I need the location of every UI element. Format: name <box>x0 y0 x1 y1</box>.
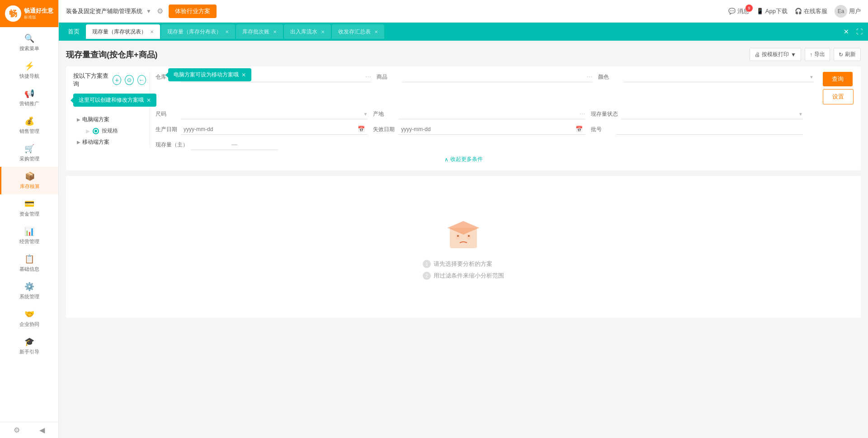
tab-inventory-dist-close[interactable]: ✕ <box>225 29 229 34</box>
stock-main-field: 现存量（主） — <box>156 139 336 150</box>
system-name: 装备及固定资产辅助管理系统 <box>66 7 142 15</box>
sidebar-item-basic-info[interactable]: 📋 基础信息 <box>0 250 58 277</box>
sidebar-item-enterprise[interactable]: 🤝 企业协同 <box>0 305 58 332</box>
sidebar-item-system[interactable]: ⚙️ 系统管理 <box>0 277 58 305</box>
expiry-date-field: 失效日期 📅 <box>373 124 585 135</box>
expiry-date-input-wrap: 📅 <box>398 124 585 135</box>
add-scheme-button[interactable]: + <box>113 75 121 85</box>
origin-input[interactable] <box>398 109 579 119</box>
user-item[interactable]: Ea 用户 <box>835 5 861 18</box>
online-service-label: 在线客服 <box>804 7 827 15</box>
guide-icon: 🎓 <box>24 337 34 347</box>
refresh-button[interactable]: ↻ 刷新 <box>834 48 861 61</box>
color-field: 颜色 ▼ <box>598 72 814 82</box>
range-dash: — <box>231 141 237 148</box>
stock-main-from-input[interactable] <box>193 141 230 148</box>
search-button[interactable]: 查询 <box>823 72 853 86</box>
filter-top-row: 按以下方案查询 + ⊙ ← 电脑方案可设为移动方案哦 ✕ 这里可以创建 <box>73 72 854 152</box>
tab-home[interactable]: 首页 <box>62 24 85 39</box>
expiry-date-calendar-icon[interactable]: 📅 <box>576 126 583 132</box>
reset-button[interactable]: 设置 <box>823 89 854 104</box>
sidebar-item-marketing[interactable]: 📢 营销推广 <box>0 84 58 112</box>
expiry-date-input[interactable] <box>401 126 573 132</box>
online-service-item[interactable]: 🎧 在线客服 <box>795 7 827 15</box>
export-button[interactable]: ↑ 导出 <box>805 48 830 61</box>
production-date-input[interactable] <box>184 126 356 132</box>
industry-solution-button[interactable]: 体验行业方案 <box>169 5 217 18</box>
user-label: 用户 <box>849 7 861 15</box>
batch-label: 批号 <box>591 126 613 133</box>
size-label: 尺码 <box>156 110 178 118</box>
color-input[interactable] <box>623 72 809 82</box>
app-download-item[interactable]: 📱 App下载 <box>756 7 788 15</box>
tab-inventory-dist-label: 现存量（库存分布表） <box>167 28 222 36</box>
production-date-field: 生产日期 📅 <box>156 124 368 135</box>
tab-collect-summary-close[interactable]: ✕ <box>374 29 378 34</box>
size-chevron-icon: ▼ <box>363 112 368 117</box>
page-title-actions: 🖨 按模板打印 ▼ ↑ 导出 ↻ 刷新 <box>750 48 861 61</box>
purchase-icon: 🛒 <box>24 144 34 154</box>
color-label: 颜色 <box>598 73 621 81</box>
settings-icon[interactable]: ⚙ <box>157 7 163 15</box>
pc-sub-scheme-node[interactable]: ▶ 按规格 <box>82 125 146 137</box>
template-print-button[interactable]: 🖨 按模板打印 ▼ <box>750 48 801 61</box>
pc-scheme-node[interactable]: ▶ 电脑端方案 <box>73 114 146 125</box>
tab-in-out-flow[interactable]: 出入库流水 ✕ <box>284 24 331 39</box>
mobile-scheme-node[interactable]: ▶ 移动端方案 <box>73 137 146 148</box>
settings-bottom-btn[interactable]: ⚙ <box>14 426 20 434</box>
copy-scheme-button[interactable]: ⊙ <box>125 75 133 85</box>
sidebar-item-quick-nav[interactable]: ⚡ 快捷导航 <box>0 57 58 84</box>
tooltip-create-text: 这里可以创建和修改方案哦 <box>79 96 144 104</box>
tab-inventory-status[interactable]: 现存量（库存状况表） ✕ <box>86 24 160 39</box>
goods-input[interactable] <box>402 72 586 82</box>
sidebar-item-search-menu[interactable]: 🔍 搜索菜单 <box>0 29 58 57</box>
tooltip-create-close[interactable]: ✕ <box>146 97 151 104</box>
production-date-calendar-icon[interactable]: 📅 <box>358 126 365 132</box>
collapse-up-icon: ∧ <box>444 156 448 163</box>
stock-status-label: 现存量状态 <box>591 110 618 118</box>
tab-collect-summary[interactable]: 收发存汇总表 ✕ <box>332 24 384 39</box>
mobile-icon: 📱 <box>756 8 764 14</box>
tab-close-all-btn[interactable]: ✕ <box>842 26 851 37</box>
warehouse-dots[interactable]: ··· <box>365 73 371 81</box>
sidebar-item-purchase[interactable]: 🛒 采购管理 <box>0 139 58 167</box>
sidebar-item-sales[interactable]: 💰 销售管理 <box>0 112 58 139</box>
size-input[interactable] <box>181 109 363 119</box>
tab-batch-account[interactable]: 库存批次账 ✕ <box>236 24 283 39</box>
tab-in-out-flow-close[interactable]: ✕ <box>321 29 325 34</box>
message-item[interactable]: 💬 消息 9 <box>728 7 749 15</box>
sidebar-item-guide[interactable]: 🎓 新手引导 <box>0 332 58 360</box>
collapse-bar[interactable]: ∧ 收起更多条件 <box>73 152 854 165</box>
stock-main-to-input[interactable] <box>239 141 275 148</box>
app-download-label: App下载 <box>765 7 788 15</box>
message-badge: 9 <box>745 5 753 12</box>
tab-inventory-dist[interactable]: 现存量（库存分布表） ✕ <box>161 24 235 39</box>
sidebar-item-inventory[interactable]: 📦 库存核算 <box>0 167 58 194</box>
marketing-icon: 📢 <box>24 89 34 99</box>
page-title: 现存量查询(按仓库+商品) <box>66 49 158 60</box>
active-dot <box>94 129 98 133</box>
message-icon: 💬 <box>728 8 736 14</box>
tab-batch-account-close[interactable]: ✕ <box>273 29 277 34</box>
batch-input[interactable] <box>616 124 803 135</box>
quick-nav-icon: ⚡ <box>24 61 34 71</box>
goods-dots[interactable]: ··· <box>586 73 592 81</box>
operations-icon: 📊 <box>24 226 34 236</box>
origin-dots[interactable]: ··· <box>579 110 585 118</box>
sidebar-item-operations[interactable]: 📊 经营管理 <box>0 222 58 250</box>
back-scheme-button[interactable]: ← <box>137 75 146 85</box>
collapse-sidebar-btn[interactable]: ◀ <box>39 426 45 434</box>
topbar-system: 装备及固定资产辅助管理系统 ▼ <box>66 7 151 15</box>
step1-label: 请先选择要分析的方案 <box>434 260 492 268</box>
tab-inventory-status-close[interactable]: ✕ <box>150 29 154 34</box>
tab-inventory-status-label: 现存量（库存状况表） <box>92 28 146 36</box>
finance-icon: 💳 <box>24 199 34 209</box>
tab-fullscreen-btn[interactable]: ⛶ <box>854 26 864 37</box>
pc-scheme-label: 电脑端方案 <box>82 116 109 123</box>
production-date-input-wrap: 📅 <box>181 124 368 135</box>
svg-point-3 <box>457 235 459 237</box>
sidebar-item-finance[interactable]: 💳 资金管理 <box>0 194 58 222</box>
tooltip-scheme-close[interactable]: ✕ <box>241 72 246 78</box>
stock-status-input[interactable] <box>621 109 798 119</box>
collapse-label: 收起更多条件 <box>450 155 483 163</box>
